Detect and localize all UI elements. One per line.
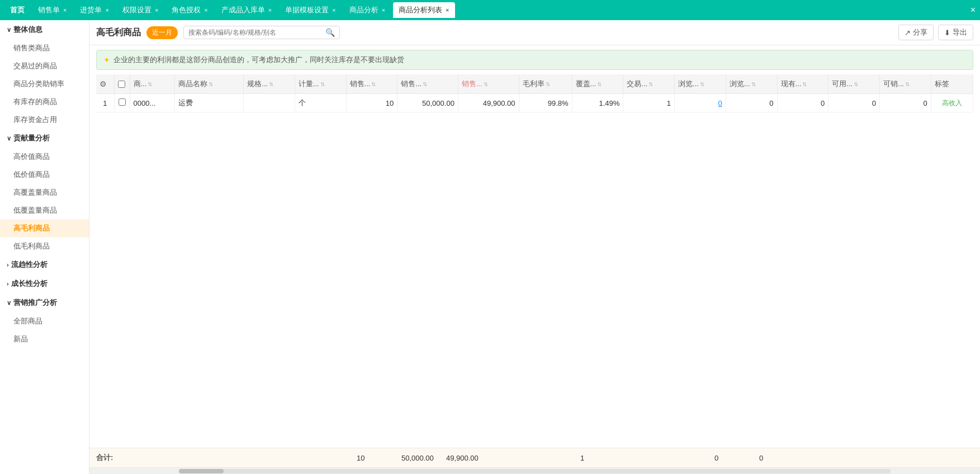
available2-col-header[interactable]: 可用...⇅ xyxy=(828,74,880,94)
row-select-checkbox[interactable] xyxy=(119,98,126,106)
sidebar-item-new-goods[interactable]: 新品 xyxy=(0,330,89,348)
name-col-header[interactable]: 商品名称⇅ xyxy=(175,74,244,94)
window-close-button[interactable]: × xyxy=(970,5,976,15)
browse1-col-header[interactable]: 浏览...⇅ xyxy=(675,74,726,94)
tab-close-product-analysis-list[interactable]: × xyxy=(446,7,449,13)
sort-icon-8: ⇅ xyxy=(546,81,550,87)
tab-close-permission-settings[interactable]: × xyxy=(155,7,158,13)
settings-col-header[interactable]: ⚙ xyxy=(96,74,114,94)
arrow-icon-4: › xyxy=(7,280,9,287)
salesamt-col-header[interactable]: 销售...⇅ xyxy=(397,74,458,94)
search-icon[interactable]: 🔍 xyxy=(325,28,335,37)
sort-icon-9: ⇅ xyxy=(597,81,602,87)
sort-icon-13: ⇅ xyxy=(802,81,807,87)
row-sales-qty: 10 xyxy=(346,94,397,112)
tip-icon: ✦ xyxy=(103,55,110,64)
sort-icon-12: ⇅ xyxy=(751,81,756,87)
row-browse1: 0 xyxy=(675,94,726,112)
settings-icon: ⚙ xyxy=(100,79,107,88)
top-navigation: 首页 销售单 × 进货单 × 权限设置 × 角色授权 × 产成品入库单 × 单据… xyxy=(0,0,980,20)
salesprofit-col-header[interactable]: 销售...⇅ xyxy=(458,74,519,94)
page-title: 高毛利商品 xyxy=(96,27,141,39)
footer-label: 合计: xyxy=(96,453,130,463)
tab-close-product-analysis[interactable]: × xyxy=(382,7,385,13)
main-layout: ∨ 整体信息 销售类商品 交易过的商品 商品分类助销率 有库存的商品 库存资金占… xyxy=(0,20,980,474)
filter-period-button[interactable]: 近一月 xyxy=(146,26,178,39)
sidebar-group-marketing[interactable]: ∨ 营销推广分析 xyxy=(0,293,89,312)
sort-icon-7: ⇅ xyxy=(484,81,488,87)
sort-icon-10: ⇅ xyxy=(648,81,653,87)
salesqty-col-header[interactable]: 销售...⇅ xyxy=(346,74,397,94)
browse2-col-header[interactable]: 浏览...⇅ xyxy=(726,74,777,94)
select-all-checkbox[interactable] xyxy=(118,81,125,88)
trade-col-header[interactable]: 交易...⇅ xyxy=(623,74,675,94)
sidebar-item-stocked-goods[interactable]: 有库存的商品 xyxy=(0,93,89,111)
sidebar-item-category-rate[interactable]: 商品分类助销率 xyxy=(0,75,89,93)
footer-available1: 0 xyxy=(711,454,756,462)
tab-purchase-order[interactable]: 进货单 × xyxy=(74,2,114,18)
sidebar-item-all-goods[interactable]: 全部商品 xyxy=(0,312,89,330)
sidebar: ∨ 整体信息 销售类商品 交易过的商品 商品分类助销率 有库存的商品 库存资金占… xyxy=(0,20,89,474)
share-icon: ↗ xyxy=(905,29,911,37)
horizontal-scrollbar[interactable] xyxy=(89,467,980,474)
spec-col-header[interactable]: 规格...⇅ xyxy=(244,74,295,94)
tab-close-product-inbound[interactable]: × xyxy=(268,7,272,13)
sidebar-item-traded-goods[interactable]: 交易过的商品 xyxy=(0,57,89,75)
row-checkbox[interactable] xyxy=(114,94,130,112)
grossrate-col-header[interactable]: 毛利率⇅ xyxy=(519,74,572,94)
tab-close-sales-order[interactable]: × xyxy=(63,7,67,13)
sidebar-group-growth[interactable]: › 成长性分析 xyxy=(0,274,89,293)
sort-icon: ⇅ xyxy=(148,81,152,87)
scroll-thumb[interactable] xyxy=(179,469,224,473)
sidebar-item-high-coverage[interactable]: 高覆盖量商品 xyxy=(0,184,89,201)
row-sales-amount: 50,000.00 xyxy=(397,94,458,112)
unit-col-header[interactable]: 计量...⇅ xyxy=(295,74,346,94)
sidebar-group-trend[interactable]: › 流趋性分析 xyxy=(0,255,89,274)
search-input[interactable] xyxy=(188,29,325,36)
table-header-row: ⚙ 商...⇅ 商品名称⇅ 规格...⇅ xyxy=(96,74,973,94)
sidebar-group-contribution[interactable]: ∨ 贡献量分析 xyxy=(0,129,89,148)
tip-bar: ✦ 企业的主要的利润都是这部分商品创造的，可考虑加大推广，同时关注库存是不要出现… xyxy=(96,50,973,70)
arrow-icon-5: ∨ xyxy=(7,299,11,307)
available1-col-header[interactable]: 现有...⇅ xyxy=(777,74,828,94)
sidebar-item-sales-goods[interactable]: 销售类商品 xyxy=(0,39,89,57)
tab-home[interactable]: 首页 xyxy=(4,2,30,18)
row-sales-profit: 49,900.00 xyxy=(458,94,519,112)
sidebar-item-low-gross[interactable]: 低毛利商品 xyxy=(0,237,89,255)
row-index: 1 xyxy=(96,94,114,112)
export-button[interactable]: ⬇ 导出 xyxy=(938,25,973,40)
tab-permission-settings[interactable]: 权限设置 × xyxy=(117,2,164,18)
sort-icon-11: ⇅ xyxy=(700,81,704,87)
sidebar-item-low-coverage[interactable]: 低覆盖量商品 xyxy=(0,201,89,219)
row-coverage: 1.49% xyxy=(572,94,623,112)
sidebar-group-overall[interactable]: ∨ 整体信息 xyxy=(0,20,89,39)
tab-product-inbound[interactable]: 产成品入库单 × xyxy=(216,2,277,18)
export-icon: ⬇ xyxy=(944,29,950,37)
tab-close-template-settings[interactable]: × xyxy=(332,7,335,13)
content-area: 高毛利商品 近一月 🔍 ↗ 分享 ⬇ 导出 ✦ 企业的主要的利润都是这部分商品创… xyxy=(89,20,980,474)
tab-product-analysis[interactable]: 商品分析 × xyxy=(344,2,391,18)
sort-icon-15: ⇅ xyxy=(905,81,910,87)
tab-product-analysis-list[interactable]: 商品分析列表 × xyxy=(393,2,455,18)
scroll-track[interactable] xyxy=(179,469,891,473)
sidebar-item-high-value[interactable]: 高价值商品 xyxy=(0,148,89,166)
tab-role-auth[interactable]: 角色授权 × xyxy=(166,2,213,18)
tab-template-settings[interactable]: 单据模板设置 × xyxy=(280,2,341,18)
tab-close-purchase-order[interactable]: × xyxy=(105,7,108,13)
coverage-col-header[interactable]: 覆盖...⇅ xyxy=(572,74,623,94)
data-table: ⚙ 商...⇅ 商品名称⇅ 规格...⇅ xyxy=(96,74,973,112)
share-button[interactable]: ↗ 分享 xyxy=(898,25,934,40)
sidebar-item-low-value[interactable]: 低价值商品 xyxy=(0,166,89,184)
sort-icon-14: ⇅ xyxy=(854,81,858,87)
browse1-link[interactable]: 0 xyxy=(718,99,722,107)
tab-sales-order[interactable]: 销售单 × xyxy=(32,2,72,18)
tab-close-role-auth[interactable]: × xyxy=(204,7,207,13)
checkbox-col-header[interactable] xyxy=(114,74,130,94)
saleable-col-header[interactable]: 可销...⇅ xyxy=(880,74,931,94)
row-trade: 1 xyxy=(623,94,675,112)
footer-sales-qty: 10 xyxy=(353,454,398,462)
code-col-header[interactable]: 商...⇅ xyxy=(130,74,175,94)
sidebar-item-stock-capital[interactable]: 库存资金占用 xyxy=(0,111,89,129)
tag-col-header[interactable]: 标签 xyxy=(931,74,973,94)
sidebar-item-high-gross[interactable]: 高毛利商品 xyxy=(0,219,89,237)
